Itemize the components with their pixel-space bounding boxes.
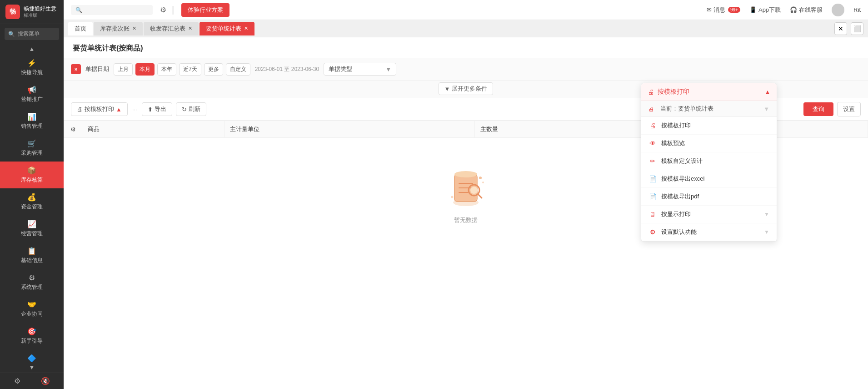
user-avatar[interactable] [832,4,844,16]
type-filter-select[interactable]: 单据类型 ▼ [324,63,396,76]
sidebar-item-quick-nav[interactable]: ⚡ 快捷导航 [0,54,64,81]
industry-solution-button[interactable]: 体验行业方案 [181,3,229,17]
print-template-button[interactable]: 🖨 按模板打印 ▲ [71,102,128,116]
logo-icon: 畅 [5,5,20,19]
tab-batch-account[interactable]: 库存批次账 ✕ [94,22,143,35]
svg-point-10 [479,177,482,179]
marketing-icon: 📢 [27,86,36,94]
date-range-display: 2023-06-01 至 2023-06-30 [255,66,319,73]
date-btn-last-month[interactable]: 上月 [114,63,133,76]
topbar-search-icon: 🔍 [75,7,82,13]
sidebar-item-purchase[interactable]: 🛒 采购管理 [0,135,64,162]
col-quantity: 主数量 [475,121,653,138]
tab-close-all-button[interactable]: ✕ [834,22,847,35]
page-title: 要货单统计表(按商品) [73,44,859,53]
sidebar-search[interactable]: 🔍 搜索菜单 [5,28,59,40]
date-btn-custom[interactable]: 自定义 [226,63,250,76]
settings-button[interactable]: 设置 [837,102,861,116]
type-filter-arrow-icon: ▼ [385,66,391,73]
default-func-arrow-icon: ▼ [764,229,769,235]
svg-point-3 [454,171,477,177]
messages-button[interactable]: ✉ 消息 99+ [707,6,740,14]
print-dropdown-icon: 🖨 [648,88,654,96]
date-btn-this-month[interactable]: 本月 [135,63,155,76]
mute-icon[interactable]: 🔇 [41,377,50,385]
service-icon: 🎧 [790,6,797,13]
sidebar-item-apps[interactable]: 🔷 应用中心 [0,349,64,362]
template-export-pdf-icon: 📄 [649,193,657,200]
tabs-end: ✕ ⬜ [834,22,863,35]
tab-order-stats[interactable]: 要货单统计表 ✕ [200,22,254,35]
svg-point-8 [470,187,478,194]
sidebar-item-marketing[interactable]: 📢 营销推广 [0,81,64,108]
online-service-button[interactable]: 🎧 在线客服 [790,6,823,14]
corp-icon: 🤝 [27,300,36,309]
col-settings[interactable]: ⚙ [64,121,82,138]
template-preview-item[interactable]: 👁 模板预览 [641,135,777,152]
template-design-icon: ✏ [649,157,657,165]
tab-close-order-stats[interactable]: ✕ [244,25,248,31]
print-dropdown-header: 🖨 按模板打印 ▲ [641,83,777,101]
export-icon: ⬆ [148,106,153,113]
empty-icon [443,165,489,211]
date-filter-label: 单据日期 [85,65,109,73]
tab-receipt-summary[interactable]: 收发存汇总表 ✕ [144,22,199,35]
default-func-item[interactable]: ⚙ 设置默认功能 ▼ [641,223,777,241]
template-print-icon: 🖨 [649,122,657,129]
user-name: Rit [853,6,861,13]
refresh-button[interactable]: ↻ 刷新 [176,102,206,116]
query-button[interactable]: 查询 [803,102,833,116]
date-btn-more[interactable]: 更多 [204,63,223,76]
scroll-up-btn[interactable]: ▲ [0,44,64,54]
svg-point-12 [451,196,454,198]
date-btn-this-year[interactable]: 本年 [157,63,176,76]
toolbar-divider1: ··· [132,106,137,113]
print-dropdown-close-button[interactable]: ▲ [765,89,770,95]
svg-point-11 [482,182,484,183]
basic-icon: 📋 [27,247,36,255]
current-arrow-icon: ▼ [763,106,769,112]
sidebar-item-corp[interactable]: 🤝 企业协同 [0,296,64,323]
message-icon: ✉ [707,6,712,13]
tab-maximize-button[interactable]: ⬜ [851,22,863,35]
tab-home[interactable]: 首页 [68,22,93,35]
template-preview-icon: 👁 [649,140,657,147]
tab-close-receipt-summary[interactable]: ✕ [188,25,192,31]
export-button[interactable]: ⬆ 导出 [142,102,172,116]
refresh-icon: ↻ [182,106,187,113]
tab-close-batch-account[interactable]: ✕ [132,25,136,31]
sidebar-item-system[interactable]: ⚙ 系统管理 [0,269,64,296]
download-icon: 📱 [749,6,757,13]
filter-expand-button[interactable]: » [71,64,81,74]
print-icon: 🖨 [77,106,83,113]
display-print-item[interactable]: 🖥 按显示打印 ▼ [641,206,777,223]
topbar: 🔍 ⚙ | 体验行业方案 ✉ 消息 99+ 📱 App下载 🎧 在线客服 Rit [64,0,868,20]
date-btn-7days[interactable]: 近7天 [179,63,201,76]
purchase-icon: 🛒 [27,139,36,148]
template-design-item[interactable]: ✏ 模板自定义设计 [641,152,777,170]
topbar-search[interactable]: 🔍 [71,5,153,15]
scroll-down-btn[interactable]: ▼ [0,362,64,373]
sidebar: 畅 畅捷通好生意 标准版 🔍 搜索菜单 ▲ ⚡ 快捷导航 📢 营销推广 📊 销售… [0,0,64,389]
sidebar-item-finance[interactable]: 💰 资金管理 [0,188,64,215]
topbar-gear-icon[interactable]: ⚙ [160,5,166,14]
sidebar-nav: ⚡ 快捷导航 📢 营销推广 📊 销售管理 🛒 采购管理 📦 库存核算 💰 资金管… [0,54,64,362]
template-export-pdf-item[interactable]: 📄 按模板导出pdf [641,188,777,206]
template-print-item[interactable]: 🖨 按模板打印 [641,117,777,135]
print-dropdown-title: 🖨 按模板打印 [648,88,689,96]
settings-bottom-icon[interactable]: ⚙ [14,377,20,385]
app-download-button[interactable]: 📱 App下载 [749,6,781,14]
inventory-icon: 📦 [27,166,36,175]
sidebar-item-operations[interactable]: 📈 经营管理 [0,215,64,242]
col-product: 商品 [82,121,224,138]
topbar-divider: | [172,5,174,15]
print-dropdown-current: 🖨 当前：要货单统计表 ▼ [641,101,777,117]
sidebar-item-guide[interactable]: 🎯 新手引导 [0,323,64,349]
apps-icon: 🔷 [27,354,36,362]
finance-icon: 💰 [27,193,36,202]
template-export-excel-item[interactable]: 📄 按模板导出excel [641,170,777,188]
sidebar-item-basic[interactable]: 📋 基础信息 [0,242,64,269]
expand-more-button[interactable]: ▼ 展开更多条件 [439,82,494,95]
sidebar-item-sales[interactable]: 📊 销售管理 [0,108,64,135]
sidebar-item-inventory[interactable]: 📦 库存核算 [0,162,64,188]
